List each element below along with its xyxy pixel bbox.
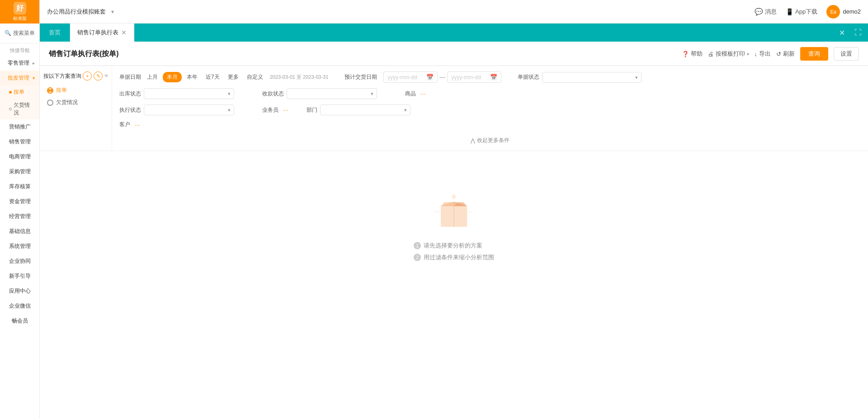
sidebar-item-appstore[interactable]: 应用中心 — [0, 284, 39, 299]
export-button[interactable]: ↓ 导出 — [755, 50, 771, 58]
sidebar-item-retail[interactable]: 零售管理 ▸ — [0, 56, 39, 71]
delivery-status-select[interactable] — [144, 88, 234, 99]
search-menu-button[interactable]: 🔍 搜索菜单 — [3, 27, 37, 39]
print-arrow-icon: ▾ — [747, 52, 749, 57]
empty-tip-2: 2 用过滤条件来缩小分析范围 — [414, 253, 494, 261]
tip-num-2: 2 — [414, 254, 421, 261]
avatar: Ea — [826, 5, 840, 19]
collapse-up-icon: ⋀ — [471, 138, 475, 144]
topbar-right: 💬 消息 📱 App下载 Ea demo2 — [755, 5, 861, 19]
filter-item-goods: 商品 ··· — [405, 90, 428, 98]
user-menu[interactable]: Ea demo2 — [826, 5, 861, 19]
scheme-item-by-debt[interactable]: 欠货情况 — [43, 96, 108, 109]
topbar: 办公用品行业模拟账套 ▾ 💬 消息 📱 App下载 Ea demo2 — [40, 0, 868, 24]
date-end-placeholder: yyyy-mm-dd — [451, 74, 481, 81]
expected-date-start[interactable]: yyyy-mm-dd 📅 — [383, 71, 438, 83]
department-select[interactable] — [320, 104, 410, 115]
help-button[interactable]: ❓ 帮助 — [682, 50, 703, 58]
sidebar-item-basic[interactable]: 基础信息 — [0, 224, 39, 239]
page-selector-label: 办公用品行业模拟账套 — [47, 8, 106, 16]
sidebar-sub-item-order[interactable]: 按单 — [0, 86, 39, 99]
sidebar-item-wechat[interactable]: 企业微信 — [0, 299, 39, 314]
export-label: 导出 — [759, 50, 771, 58]
refresh-icon: ↺ — [776, 51, 781, 57]
sidebar-item-purchase-label: 采购管理 — [5, 168, 35, 176]
sidebar-item-inventory[interactable]: 库存核算 — [0, 179, 39, 194]
dot-fill — [48, 89, 50, 92]
sidebar-item-ecommerce[interactable]: 电商管理 — [0, 149, 39, 164]
scheme-item-by-order[interactable]: 按单 — [43, 84, 108, 96]
sidebar-item-finance-label: 资金管理 — [5, 198, 35, 205]
sidebar-item-wholesale[interactable]: 批发管理 ▾ — [0, 71, 39, 86]
settings-button[interactable]: 设置 — [834, 47, 859, 61]
refresh-label: 刷新 — [783, 50, 795, 58]
date-btn-7days[interactable]: 近7天 — [203, 72, 223, 82]
edit-scheme-button[interactable]: ✎ — [94, 71, 103, 81]
refresh-button[interactable]: ↺ 刷新 — [776, 50, 795, 58]
calendar-end-icon[interactable]: 📅 — [490, 74, 497, 81]
empty-tip-1: 1 请先选择要分析的方案 — [414, 242, 494, 250]
sidebar-item-finance[interactable]: 资金管理 — [0, 194, 39, 209]
filter-panel: 单据日期 上月 本月 本年 近7天 更多 自定义 2023-03-01 至 20… — [112, 66, 868, 151]
sidebar-logo[interactable]: 好 标准版 — [0, 0, 39, 24]
search-menu-label: 搜索菜单 — [13, 30, 35, 36]
sidebar-item-sales[interactable]: 销售管理 — [0, 134, 39, 149]
delivery-status-label: 出库状态 — [119, 90, 141, 98]
page-selector-arrow[interactable]: ▾ — [111, 9, 114, 15]
sidebar-item-purchase[interactable]: 采购管理 — [0, 164, 39, 179]
phone-icon: 📱 — [786, 8, 793, 15]
query-button[interactable]: 查询 — [800, 47, 828, 61]
sidebar-item-system[interactable]: 系统管理 — [0, 239, 39, 254]
sidebar-item-sales-label: 销售管理 — [5, 138, 35, 146]
date-btn-custom[interactable]: 自定义 — [244, 72, 266, 82]
tab-close-button[interactable]: ✕ — [121, 29, 127, 36]
calendar-start-icon[interactable]: 📅 — [426, 74, 434, 81]
sidebar-item-newbie[interactable]: 新手引导 — [0, 269, 39, 284]
goods-dots-icon[interactable]: ··· — [419, 90, 428, 97]
page-header-actions: ❓ 帮助 🖨 按模板打印 ▾ ↓ 导出 ↺ 刷新 查询 设置 — [682, 47, 859, 61]
expected-date-end[interactable]: yyyy-mm-dd 📅 — [447, 71, 501, 83]
receipt-status-select[interactable] — [287, 88, 377, 99]
collapse-label: 收起更多条件 — [477, 137, 509, 144]
sidebar-item-vip[interactable]: 畅会员 — [0, 314, 39, 328]
sidebar-sub-debt-label: 欠货情况 — [14, 101, 35, 117]
close-tab-button[interactable]: ✕ — [835, 26, 848, 39]
date-separator: — — [439, 74, 445, 81]
sidebar-item-inventory-label: 库存核算 — [5, 183, 35, 190]
empty-state: 1 请先选择要分析的方案 2 用过滤条件来缩小分析范围 — [40, 151, 868, 298]
app-download-button[interactable]: 📱 App下载 — [786, 8, 817, 16]
sidebar-item-marketing-label: 营销推广 — [5, 123, 35, 131]
page-header: 销售订单执行表(按单) ❓ 帮助 🖨 按模板打印 ▾ ↓ 导出 ↺ 刷新 — [40, 42, 868, 65]
customer-dots-icon[interactable]: ··· — [133, 121, 142, 128]
sidebar-item-operation[interactable]: 经营管理 — [0, 209, 39, 224]
scheme-panel-title: 按以下方案查询 — [43, 72, 81, 80]
sidebar-sub-item-debt[interactable]: 欠货情况 — [0, 99, 39, 119]
sidebar-item-corp[interactable]: 企业协同 — [0, 254, 39, 269]
date-btn-more[interactable]: 更多 — [225, 72, 242, 82]
salesperson-dots-icon[interactable]: ··· — [281, 106, 290, 114]
date-btn-last-month[interactable]: 上月 — [144, 72, 161, 82]
salesperson-label: 业务员 — [262, 106, 278, 114]
collapse-filter-button[interactable]: ⋀ 收起更多条件 — [119, 134, 861, 145]
add-scheme-button[interactable]: + — [83, 71, 92, 81]
tab-sales-order[interactable]: 销售订单执行表 ✕ — [70, 24, 134, 42]
msg-button[interactable]: 💬 消息 — [755, 8, 777, 16]
page-content: 销售订单执行表(按单) ❓ 帮助 🖨 按模板打印 ▾ ↓ 导出 ↺ 刷新 — [40, 42, 868, 418]
print-button[interactable]: 🖨 按模板打印 ▾ — [708, 50, 749, 58]
sidebar-item-vip-label: 畅会员 — [5, 317, 35, 325]
doc-status-select[interactable] — [542, 72, 642, 83]
print-icon: 🖨 — [708, 51, 714, 57]
sidebar-item-operation-label: 经营管理 — [5, 213, 35, 220]
collapse-scheme-button[interactable]: « — [104, 71, 108, 81]
date-label: 单据日期 — [119, 73, 141, 81]
date-btn-this-month[interactable]: 本月 — [163, 72, 182, 82]
print-label: 按模板打印 — [716, 50, 745, 58]
doc-status-label: 单据状态 — [518, 73, 539, 81]
filter-area: 按以下方案查询 + ✎ « 按单 欠货情况 — [40, 66, 868, 151]
date-btn-this-year[interactable]: 本年 — [184, 72, 201, 82]
execution-status-select[interactable] — [144, 104, 234, 115]
tab-home[interactable]: 首页 — [40, 24, 70, 42]
maximize-button[interactable]: ⛶ — [852, 26, 864, 39]
sidebar-item-marketing[interactable]: 营销推广 — [0, 119, 39, 134]
receipt-status-select-wrapper — [287, 88, 377, 99]
